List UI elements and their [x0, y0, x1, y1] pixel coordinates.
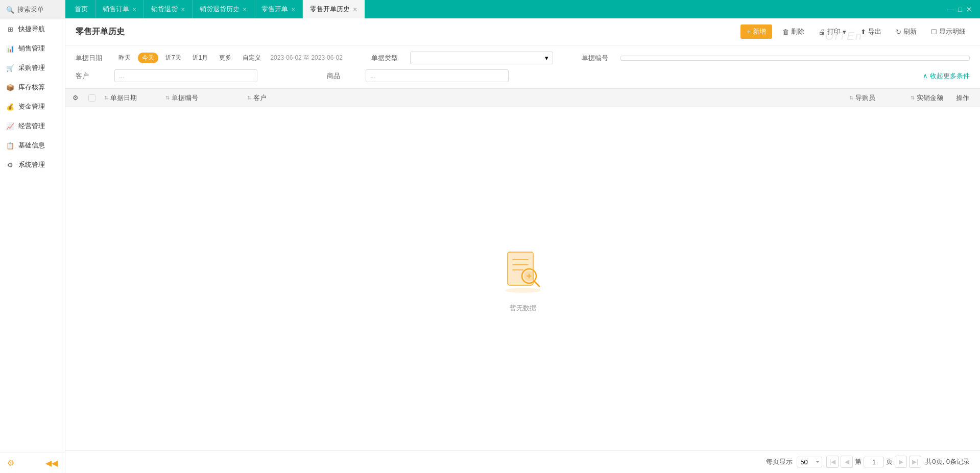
finance-icon: 💰	[6, 103, 14, 111]
th-amount[interactable]: ⇅ 实销金额	[896, 93, 947, 103]
search-icon: 🔍	[6, 6, 14, 14]
sort-up-number: ⇅	[165, 95, 170, 101]
per-page-select[interactable]: 50 10 20 100	[797, 457, 822, 467]
sidebar-item-purchase-mgmt[interactable]: 🛒 采购管理	[0, 58, 65, 78]
page-header: 零售开单历史 + 新增 🗑 删除 🖨 打印 ▾ ⬆ 导出 ↻ 刷新	[65, 18, 980, 45]
tab-sales-return-history[interactable]: 销货退货历史 ✕	[193, 0, 254, 18]
display-detail-button[interactable]: ☐ 显示明细	[927, 25, 970, 38]
page-input[interactable]	[864, 457, 884, 467]
sidebar-search-label: 搜索采单	[17, 5, 44, 14]
tab-sales-return[interactable]: 销货退货 ✕	[144, 0, 193, 18]
date-more[interactable]: 更多	[215, 53, 235, 63]
sidebar-item-label: 基础信息	[18, 141, 45, 150]
refresh-icon: ↻	[896, 28, 901, 36]
number-input[interactable]	[620, 56, 970, 61]
sidebar: 🔍 搜索采单 ⊞ 快捷导航 📊 销售管理 🛒 采购管理 📦 库存核算 💰 资金管…	[0, 0, 65, 473]
collapse-sidebar-icon[interactable]: ◀◀	[45, 458, 58, 468]
sys-mgmt-icon: ⚙	[6, 161, 14, 169]
delete-icon: 🗑	[782, 28, 789, 36]
goods-input[interactable]: ...	[366, 69, 509, 82]
delete-button[interactable]: 🗑 删除	[778, 25, 808, 38]
sidebar-item-operations[interactable]: 📈 经营管理	[0, 116, 65, 136]
sales-mgmt-icon: 📊	[6, 44, 14, 53]
th-customer-label: 客户	[253, 93, 267, 103]
sidebar-search[interactable]: 🔍 搜索采单	[0, 0, 65, 19]
customer-input[interactable]: ...	[114, 69, 257, 82]
date-range-display: 2023-06-02 至 2023-06-02	[270, 54, 342, 62]
add-button[interactable]: + 新增	[740, 24, 772, 39]
next-page-btn[interactable]: ▶	[895, 456, 907, 468]
window-close-btn[interactable]: ✕	[966, 6, 972, 13]
tab-home-label: 首页	[75, 5, 88, 14]
tabs-bar: 首页 销售订单 ✕ 销货退货 ✕ 销货退货历史 ✕ 零售开单 ✕ 零售开单历史 …	[65, 0, 980, 18]
th-guide[interactable]: ⇅ 导购员	[845, 93, 896, 103]
last-page-btn[interactable]: ▶|	[909, 456, 921, 468]
sidebar-item-inventory[interactable]: 📦 库存核算	[0, 78, 65, 97]
tab-home[interactable]: 首页	[67, 0, 95, 18]
sidebar-item-quick-nav[interactable]: ⊞ 快捷导航	[0, 19, 65, 39]
settings-bottom-icon[interactable]: ⚙	[7, 458, 14, 468]
quick-nav-icon: ⊞	[6, 25, 14, 33]
table-header: ⚙ ⇅ 单据日期 ⇅ 单据编号 ⇅ 客户 ⇅ 导购员 ⇅ 实销金额	[65, 89, 980, 107]
page-title: 零售开单历史	[76, 27, 125, 37]
toolbar: + 新增 🗑 删除 🖨 打印 ▾ ⬆ 导出 ↻ 刷新 ☐ 显示明	[740, 24, 970, 39]
window-controls: — □ ✕	[947, 6, 978, 13]
inventory-icon: 📦	[6, 83, 14, 91]
th-settings[interactable]: ⚙	[67, 94, 84, 102]
first-page-btn[interactable]: |◀	[826, 456, 839, 468]
base-info-icon: 📋	[6, 141, 14, 150]
sidebar-item-base-info[interactable]: 📋 基础信息	[0, 136, 65, 155]
th-amount-label: 实销金额	[917, 93, 943, 103]
sidebar-item-sys-mgmt[interactable]: ⚙ 系统管理	[0, 155, 65, 175]
sidebar-item-finance[interactable]: 💰 资金管理	[0, 97, 65, 116]
date-yesterday[interactable]: 昨天	[114, 53, 135, 63]
type-select[interactable]: ▾	[410, 52, 553, 64]
tab-sales-order[interactable]: 销售订单 ✕	[95, 0, 144, 18]
tab-retail-open[interactable]: 零售开单 ✕	[254, 0, 303, 18]
export-label: 导出	[868, 27, 881, 36]
tab-sales-return-history-label: 销货退货历史	[200, 5, 240, 14]
main-content: 首页 销售订单 ✕ 销货退货 ✕ 销货退货历史 ✕ 零售开单 ✕ 零售开单历史 …	[65, 0, 980, 473]
th-date[interactable]: ⇅ 单据日期	[100, 93, 161, 103]
date-week[interactable]: 近7天	[161, 53, 185, 63]
sidebar-item-label: 快捷导航	[18, 24, 45, 34]
goods-label: 商品	[327, 71, 357, 81]
tab-sales-return-close[interactable]: ✕	[181, 7, 185, 12]
page-label: 第	[855, 457, 862, 466]
empty-text: 暂无数据	[510, 304, 536, 313]
th-number[interactable]: ⇅ 单据编号	[161, 93, 243, 103]
minimize-btn[interactable]: —	[947, 6, 954, 13]
date-month[interactable]: 近1月	[188, 53, 212, 63]
tab-retail-open-label: 零售开单	[261, 5, 288, 14]
th-customer[interactable]: ⇅ 客户	[243, 93, 845, 103]
th-checkbox[interactable]	[84, 94, 100, 102]
display-label: 显示明细	[939, 27, 966, 36]
empty-state: 暂无数据	[65, 107, 980, 450]
tab-retail-history[interactable]: 零售开单历史 ✕	[303, 0, 365, 18]
refresh-button[interactable]: ↻ 刷新	[892, 25, 921, 38]
prev-page-btn[interactable]: ◀	[841, 456, 853, 468]
delete-label: 删除	[791, 27, 804, 36]
sort-customer: ⇅	[247, 95, 251, 101]
sidebar-item-label: 采购管理	[18, 63, 45, 72]
header-checkbox[interactable]	[88, 94, 95, 102]
customer-dots: ...	[119, 72, 125, 80]
tab-retail-open-close[interactable]: ✕	[291, 7, 295, 12]
sidebar-item-sales-mgmt[interactable]: 📊 销售管理	[0, 39, 65, 58]
sidebar-item-label: 库存核算	[18, 83, 45, 92]
tab-retail-history-close[interactable]: ✕	[353, 7, 357, 12]
collapse-button[interactable]: ∧ 收起更多条件	[923, 71, 970, 81]
tab-sales-return-history-close[interactable]: ✕	[243, 7, 247, 12]
sidebar-item-label: 资金管理	[18, 102, 45, 111]
date-custom[interactable]: 自定义	[238, 53, 265, 63]
date-today[interactable]: 今天	[138, 53, 158, 63]
type-select-arrow: ▾	[545, 54, 548, 62]
print-icon: 🖨	[819, 28, 825, 36]
maximize-btn[interactable]: □	[958, 6, 962, 13]
print-button[interactable]: 🖨 打印 ▾	[815, 25, 850, 38]
page-total: 共0页, 0条记录	[925, 457, 970, 466]
export-icon: ⬆	[861, 28, 866, 36]
tab-sales-order-close[interactable]: ✕	[132, 7, 136, 12]
export-button[interactable]: ⬆ 导出	[856, 25, 886, 38]
sidebar-bottom: ⚙ ◀◀	[0, 453, 65, 473]
